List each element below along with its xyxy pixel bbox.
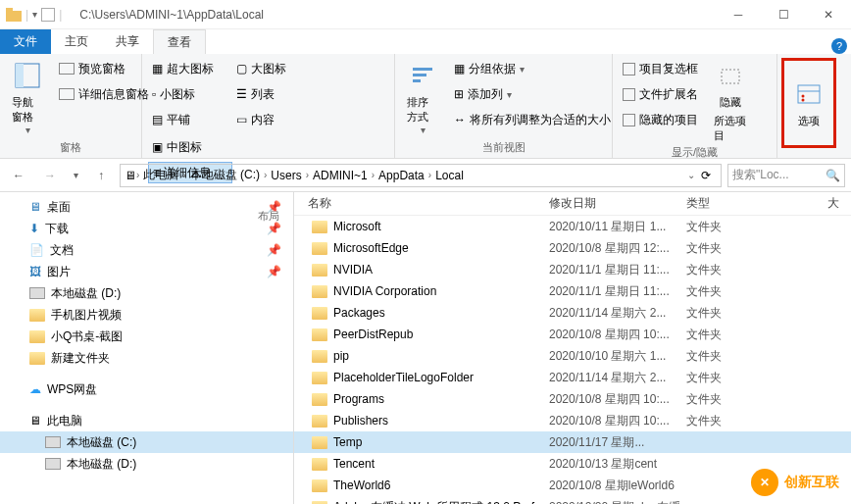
ext-toggle[interactable]: 文件扩展名: [619, 83, 702, 105]
svg-rect-7: [722, 70, 739, 83]
help-icon[interactable]: ?: [831, 38, 847, 54]
addcol-button[interactable]: ⊞添加列▾: [450, 83, 615, 105]
tab-view[interactable]: 查看: [153, 29, 206, 54]
folder-icon: [312, 436, 327, 449]
svg-rect-3: [16, 64, 24, 87]
sidebar-quick-item[interactable]: 本地磁盘 (D:): [0, 282, 293, 304]
table-row[interactable]: Publishers2020/10/8 星期四 10:...文件夹: [294, 410, 851, 431]
svg-rect-1: [6, 8, 13, 13]
sidebar: 🖥桌面📌⬇下载📌📄文档📌🖼图片📌本地磁盘 (D:)手机图片视频小Q书桌-截图新建…: [0, 192, 294, 504]
search-input[interactable]: 搜索"Loc... 🔍: [727, 164, 845, 187]
group-label-showhide: 显示/隐藏: [613, 145, 776, 160]
sidebar-quick-item[interactable]: 小Q书桌-截图: [0, 326, 293, 347]
sidebar-quick-item[interactable]: 📄文档📌: [0, 239, 293, 261]
sidebar-thispc[interactable]: 🖥此电脑: [0, 410, 293, 431]
groupby-button[interactable]: ▦分组依据▾: [450, 58, 615, 79]
tab-home[interactable]: 主页: [51, 29, 102, 54]
table-row[interactable]: Microsoft2020/10/11 星期日 1...文件夹: [294, 216, 851, 237]
table-row[interactable]: Temp2020/11/17 星期...: [294, 431, 851, 453]
maximize-button[interactable]: ☐: [761, 0, 806, 29]
layout-content[interactable]: ▭内容: [232, 109, 303, 130]
folder-icon: [312, 479, 327, 492]
hide-button[interactable]: 隐藏 所选项目: [708, 58, 753, 145]
search-icon: 🔍: [826, 169, 840, 182]
nav-pane-button[interactable]: 导航窗格 ▾: [6, 58, 49, 137]
back-button[interactable]: ←: [6, 163, 31, 188]
group-label-view: 当前视图: [395, 140, 612, 158]
layout-large[interactable]: ▢大图标: [232, 58, 303, 79]
sidebar-quick-item[interactable]: ⬇下载📌: [0, 218, 293, 239]
chevron-down-icon: ▾: [25, 125, 30, 135]
folder-icon: [312, 285, 327, 298]
folder-icon: [312, 328, 327, 341]
sidebar-quick-item[interactable]: 🖥桌面📌: [0, 196, 293, 218]
sidebar-drive-item[interactable]: 本地磁盘 (C:): [0, 431, 293, 453]
address-bar: ← → ▾ ↑ 🖥 › 此电脑› 本地磁盘 (C:)› Users› ADMIN…: [0, 159, 851, 192]
forward-button[interactable]: →: [37, 163, 63, 188]
sort-button[interactable]: 排序方式 ▾: [401, 58, 444, 137]
pin-icon: 📌: [267, 265, 281, 278]
minimize-button[interactable]: ─: [716, 0, 761, 29]
folder-icon: [312, 221, 327, 233]
table-row[interactable]: NVIDIA2020/11/1 星期日 11:...文件夹: [294, 259, 851, 280]
layout-medium[interactable]: ▣中图标: [148, 136, 232, 158]
up-button[interactable]: ↑: [88, 163, 114, 188]
qat-dropdown-icon[interactable]: ▾: [32, 9, 37, 20]
layout-small[interactable]: ▫小图标: [148, 83, 226, 105]
svg-point-11: [802, 98, 805, 101]
svg-rect-5: [413, 74, 426, 76]
breadcrumb[interactable]: 🖥 › 此电脑› 本地磁盘 (C:)› Users› ADMINI~1› App…: [120, 164, 722, 187]
pin-icon: 📌: [267, 200, 281, 214]
svg-rect-4: [413, 68, 432, 71]
sidebar-quick-item[interactable]: 手机图片视频: [0, 304, 293, 326]
folder-icon: [312, 242, 327, 255]
layout-list[interactable]: ☰列表: [232, 83, 303, 105]
sidebar-wps[interactable]: ☁WPS网盘: [0, 378, 293, 400]
folder-icon: [312, 458, 327, 471]
watermark-icon: ✕: [751, 469, 778, 496]
pin-icon: 📌: [267, 243, 281, 257]
file-pane: 名称 修改日期 类型 大 Microsoft2020/10/11 星期日 1..…: [294, 192, 851, 504]
checkboxes-toggle[interactable]: 项目复选框: [619, 58, 702, 79]
layout-tiles[interactable]: ▤平铺: [148, 109, 226, 130]
options-button[interactable]: 选项: [786, 76, 831, 130]
table-row[interactable]: Programs2020/10/8 星期四 10:...文件夹: [294, 388, 851, 410]
svg-rect-8: [798, 85, 820, 103]
watermark: ✕ 创新互联: [751, 469, 839, 496]
folder-icon: [6, 8, 22, 22]
recent-dropdown[interactable]: ▾: [69, 163, 82, 188]
sidebar-drive-item[interactable]: 本地磁盘 (D:): [0, 453, 293, 475]
address-dropdown-icon[interactable]: ⌄: [687, 170, 695, 180]
sidebar-quick-item[interactable]: 🖼图片📌: [0, 261, 293, 282]
chevron-down-icon: ▾: [421, 125, 426, 135]
tab-share[interactable]: 共享: [102, 29, 153, 54]
refresh-icon[interactable]: ⟳: [695, 169, 717, 182]
table-row[interactable]: Adobe 在缓冲 Web 所用程式 13.0 Profe2020/10/20 …: [294, 496, 851, 504]
table-row[interactable]: pip2020/10/10 星期六 1...文件夹: [294, 345, 851, 367]
pc-icon: 🖥: [125, 169, 136, 182]
folder-icon: [312, 350, 327, 363]
table-row[interactable]: PlaceholderTileLogoFolder2020/11/14 星期六 …: [294, 367, 851, 388]
preview-pane-button[interactable]: 预览窗格: [55, 58, 153, 79]
layout-xlarge[interactable]: ▦超大图标: [148, 58, 226, 79]
table-row[interactable]: PeerDistRepub2020/10/8 星期四 10:...文件夹: [294, 324, 851, 345]
column-headers[interactable]: 名称 修改日期 类型 大: [294, 192, 851, 216]
folder-icon: [312, 264, 327, 277]
hidden-toggle[interactable]: 隐藏的项目: [619, 109, 702, 130]
tab-file[interactable]: 文件: [0, 29, 51, 54]
qat-item[interactable]: [41, 8, 55, 22]
pin-icon: 📌: [267, 222, 281, 235]
details-pane-button[interactable]: 详细信息窗格: [55, 83, 153, 105]
table-row[interactable]: MicrosoftEdge2020/10/8 星期四 12:...文件夹: [294, 237, 851, 259]
close-button[interactable]: ✕: [806, 0, 851, 29]
folder-icon: [312, 372, 327, 384]
svg-rect-6: [413, 79, 421, 82]
ribbon-tabs: 文件 主页 共享 查看 ?: [0, 29, 851, 54]
fitcols-button[interactable]: ↔将所有列调整为合适的大小: [450, 109, 615, 130]
title-bar: | ▾ | C:\Users\ADMINI~1\AppData\Local ─ …: [0, 0, 851, 29]
ribbon: 导航窗格 ▾ 预览窗格 详细信息窗格 窗格 ▦超大图标 ▫小图标 ▤平铺 ▢大图…: [0, 54, 851, 159]
table-row[interactable]: NVIDIA Corporation2020/11/1 星期日 11:...文件…: [294, 280, 851, 302]
table-row[interactable]: Packages2020/11/14 星期六 2...文件夹: [294, 302, 851, 324]
qat-divider: |: [25, 8, 28, 22]
sidebar-quick-item[interactable]: 新建文件夹: [0, 347, 293, 369]
